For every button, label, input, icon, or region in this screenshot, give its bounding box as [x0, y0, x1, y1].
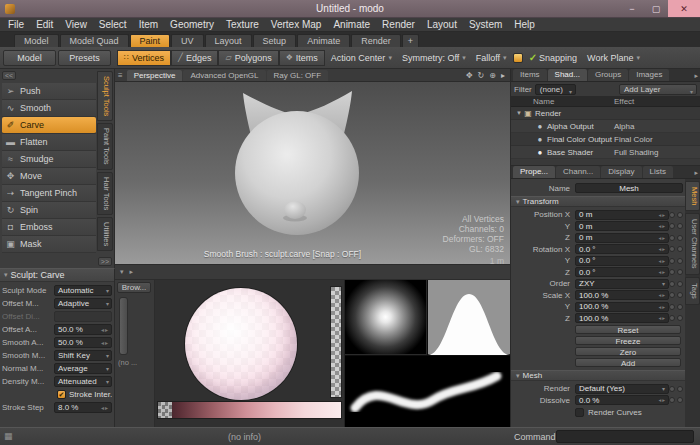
falloff-dropdown[interactable]: Falloff — [472, 50, 511, 66]
channel-field[interactable]: 0.0 ° — [575, 244, 669, 254]
form-category-tab[interactable]: Tags — [685, 277, 700, 305]
layout-tab[interactable]: Layout — [205, 34, 252, 47]
tool-button[interactable]: ∿ Smooth — [2, 100, 96, 117]
mesh-section-header[interactable]: ▾ Mesh — [511, 370, 685, 381]
channel-mini-buttons[interactable] — [669, 212, 683, 218]
action-center-dropdown[interactable]: Action Center — [327, 50, 396, 66]
property-field[interactable]: Stroke Inter... — [54, 389, 112, 400]
viewport-tab[interactable]: Ray GL: OFF — [267, 70, 329, 81]
shader-tree-row[interactable]: ▼ ▣ Render — [511, 107, 700, 120]
command-input[interactable] — [556, 430, 694, 443]
brush-stroke-preview[interactable] — [345, 356, 510, 427]
tool-button[interactable]: ↻ Spin — [2, 202, 96, 219]
collapse-left-button[interactable]: << — [2, 71, 16, 80]
channel-field[interactable]: 0.0 ° — [575, 256, 669, 266]
menu-item[interactable]: Geometry — [164, 19, 220, 30]
browser-scrollbar[interactable] — [119, 297, 128, 355]
add-layer-dropdown[interactable]: Add Layer — [619, 84, 697, 95]
column-header-effect[interactable]: Effect — [614, 97, 634, 106]
channel-mini-buttons[interactable] — [669, 235, 683, 241]
menu-item[interactable]: Layout — [421, 19, 463, 30]
channel-mini-buttons[interactable] — [669, 281, 683, 287]
collapse-right-button[interactable]: >> — [98, 257, 112, 266]
menu-item[interactable]: Render — [376, 19, 421, 30]
property-field[interactable]: Average — [54, 363, 112, 374]
property-field[interactable]: 50.0 % — [54, 324, 112, 335]
layout-tab[interactable]: UV — [171, 34, 204, 47]
work-plane-dropdown[interactable]: Work Plane — [583, 50, 644, 66]
column-header-name[interactable]: Name — [533, 97, 554, 106]
menu-item[interactable]: View — [59, 19, 93, 30]
tool-button[interactable]: ⇢ Tangent Pinch — [2, 185, 96, 202]
pan-icon[interactable]: ✥ — [466, 71, 473, 80]
cat-head-model[interactable] — [207, 82, 387, 247]
channel-field[interactable]: 100.0 % — [575, 290, 669, 300]
alpha-strip[interactable] — [330, 286, 342, 398]
form-category-tab[interactable]: Mesh — [685, 181, 700, 211]
window-titlebar[interactable]: Untitled - modo − ▢ ✕ — [0, 0, 700, 18]
property-field[interactable]: 8.0 % — [54, 402, 112, 413]
menu-item[interactable]: Texture — [220, 19, 265, 30]
component-mode-button[interactable]: ∷ Vertices — [117, 50, 171, 66]
snapping-toggle[interactable]: ✓ Snapping — [525, 52, 581, 63]
tool-button[interactable]: ◘ Emboss — [2, 219, 96, 236]
channel-field[interactable]: Default (Yes) — [575, 384, 669, 394]
layout-tab[interactable]: Model Quad — [60, 34, 129, 47]
tree-expander-icon[interactable]: ▼ — [515, 110, 523, 116]
menu-item[interactable]: Item — [133, 19, 164, 30]
viewport-tab[interactable]: Advanced OpenGL — [183, 70, 265, 81]
property-field[interactable]: Adaptive — [54, 298, 112, 309]
channel-mini-buttons[interactable] — [669, 304, 683, 310]
shader-tree-row[interactable]: ● Base Shader Full Shading — [511, 146, 700, 159]
channel-field[interactable]: ZXY — [575, 279, 669, 289]
channel-mini-buttons[interactable] — [669, 292, 683, 298]
color-wheel[interactable] — [185, 288, 297, 400]
layout-tab[interactable]: Model — [14, 34, 59, 47]
tool-properties-header[interactable]: ▾ Sculpt: Carve — [0, 269, 114, 282]
tabs-overflow-icon[interactable]: ▸ — [694, 72, 698, 80]
property-field[interactable] — [54, 311, 112, 322]
brush-profile-preview[interactable] — [428, 280, 510, 355]
channel-field[interactable]: 0 m — [575, 221, 669, 231]
zoom-icon[interactable]: ⊕ — [489, 71, 496, 80]
menu-item[interactable]: Vertex Map — [265, 19, 328, 30]
properties-tab[interactable]: Display — [601, 166, 641, 178]
channel-mini-buttons[interactable] — [669, 315, 683, 321]
falloff-preset-icon[interactable] — [513, 53, 523, 63]
transform-action-button[interactable]: Add — [575, 358, 681, 368]
transform-section-header[interactable]: ▾ Transform — [511, 196, 685, 207]
channel-mini-buttons[interactable] — [669, 386, 683, 392]
property-field[interactable]: Shift Key — [54, 350, 112, 361]
transform-action-button[interactable]: Freeze — [575, 336, 681, 346]
right-panel-tab[interactable]: Images — [629, 69, 669, 81]
tool-button[interactable]: ▬ Flatten — [2, 134, 96, 151]
channel-mini-buttons[interactable] — [669, 258, 683, 264]
divider-more-icon[interactable]: ▸ — [130, 268, 134, 276]
render-curves-checkbox[interactable] — [575, 408, 584, 417]
viewport-menu-icon[interactable]: ≡ — [118, 71, 123, 80]
shader-tree-row[interactable]: ● Final Color Output Final Color — [511, 133, 700, 146]
menu-item[interactable]: Edit — [30, 19, 59, 30]
close-button[interactable]: ✕ — [668, 0, 700, 17]
properties-tabs-overflow-icon[interactable]: ▸ — [694, 169, 698, 177]
menu-item[interactable]: Select — [93, 19, 133, 30]
filter-dropdown[interactable]: (none) — [535, 84, 576, 95]
name-field[interactable]: Mesh — [575, 183, 683, 193]
presets-button[interactable]: Presets — [58, 50, 111, 66]
tool-category-tab[interactable]: Sculpt Tools — [97, 71, 113, 121]
channel-field[interactable]: 0 m — [575, 233, 669, 243]
value-gradient-slider[interactable] — [157, 401, 342, 419]
channel-field[interactable]: 0.0 ° — [575, 267, 669, 277]
layout-tab[interactable]: Paint — [130, 34, 171, 47]
layout-tab[interactable]: Animate — [297, 34, 350, 47]
component-mode-button[interactable]: ❖ Items — [279, 50, 325, 66]
property-field[interactable]: 50.0 % — [54, 337, 112, 348]
properties-tab[interactable]: Lists — [643, 166, 673, 178]
menu-item[interactable]: System — [463, 19, 508, 30]
channel-mini-buttons[interactable] — [669, 223, 683, 229]
maximize-button[interactable]: ▢ — [644, 0, 668, 17]
transform-action-button[interactable]: Reset — [575, 325, 681, 335]
right-panel-tab[interactable]: Groups — [588, 69, 628, 81]
tool-button[interactable]: ✥ Move — [2, 168, 96, 185]
layout-tab[interactable]: Render — [351, 34, 401, 47]
